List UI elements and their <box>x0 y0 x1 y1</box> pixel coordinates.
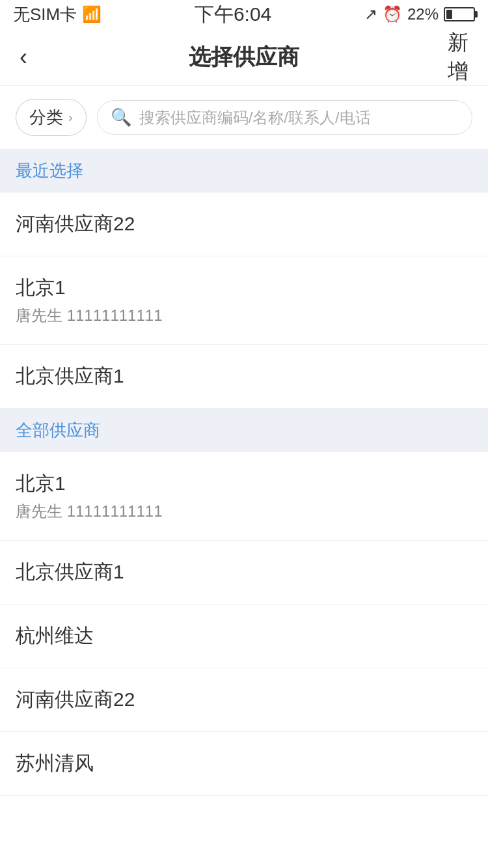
wifi-icon: 📶 <box>82 5 102 23</box>
list-item-a4[interactable]: 河南供应商22 <box>0 668 488 732</box>
nav-bar: ‹ 选择供应商 新增 <box>0 29 488 86</box>
battery-container <box>444 7 475 21</box>
item-name: 北京供应商1 <box>16 363 472 390</box>
section-header-all: 全部供应商 <box>0 409 488 452</box>
search-icon: 🔍 <box>111 107 131 128</box>
list-item-a1[interactable]: 北京1唐先生 11111111111 <box>0 452 488 541</box>
item-name: 北京1 <box>16 275 472 301</box>
list-item-a3[interactable]: 杭州维达 <box>0 604 488 668</box>
status-bar: 无SIM卡 📶 下午6:04 ↗ ⏰ 22% <box>0 0 488 29</box>
list-item-r2[interactable]: 北京1唐先生 11111111111 <box>0 256 488 345</box>
category-button[interactable]: 分类 › <box>16 99 87 136</box>
filter-bar: 分类 › 🔍 <box>0 86 488 149</box>
item-sub: 唐先生 11111111111 <box>16 501 472 522</box>
location-icon: ↗ <box>364 5 377 23</box>
item-name: 北京1 <box>16 470 472 497</box>
battery-icon <box>444 7 475 21</box>
list-item-r1[interactable]: 河南供应商22 <box>0 193 488 256</box>
category-label: 分类 <box>29 106 63 129</box>
status-left: 无SIM卡 📶 <box>13 3 102 26</box>
list-item-a2[interactable]: 北京供应商1 <box>0 541 488 604</box>
search-box: 🔍 <box>97 100 472 135</box>
alarm-icon: ⏰ <box>383 5 402 23</box>
item-sub: 唐先生 11111111111 <box>16 305 472 326</box>
status-right: ↗ ⏰ 22% <box>364 5 475 23</box>
chevron-right-icon: › <box>68 110 73 125</box>
back-button[interactable]: ‹ <box>20 44 59 71</box>
item-name: 河南供应商22 <box>16 211 472 237</box>
item-name: 北京供应商1 <box>16 559 472 586</box>
battery-percent: 22% <box>407 5 439 23</box>
carrier-label: 无SIM卡 <box>13 3 77 26</box>
section-header-recent: 最近选择 <box>0 149 488 193</box>
list-item-r3[interactable]: 北京供应商1 <box>0 345 488 409</box>
page-title: 选择供应商 <box>189 42 299 72</box>
add-button[interactable]: 新增 <box>429 29 468 86</box>
item-name: 苏州清风 <box>16 750 472 777</box>
item-name: 河南供应商22 <box>16 686 472 713</box>
battery-fill <box>446 10 452 19</box>
status-time: 下午6:04 <box>195 1 271 28</box>
list-item-a5[interactable]: 苏州清风 <box>0 732 488 796</box>
search-input[interactable] <box>139 109 459 127</box>
item-name: 杭州维达 <box>16 623 472 649</box>
supplier-list: 最近选择河南供应商22北京1唐先生 11111111111北京供应商1全部供应商… <box>0 149 488 796</box>
